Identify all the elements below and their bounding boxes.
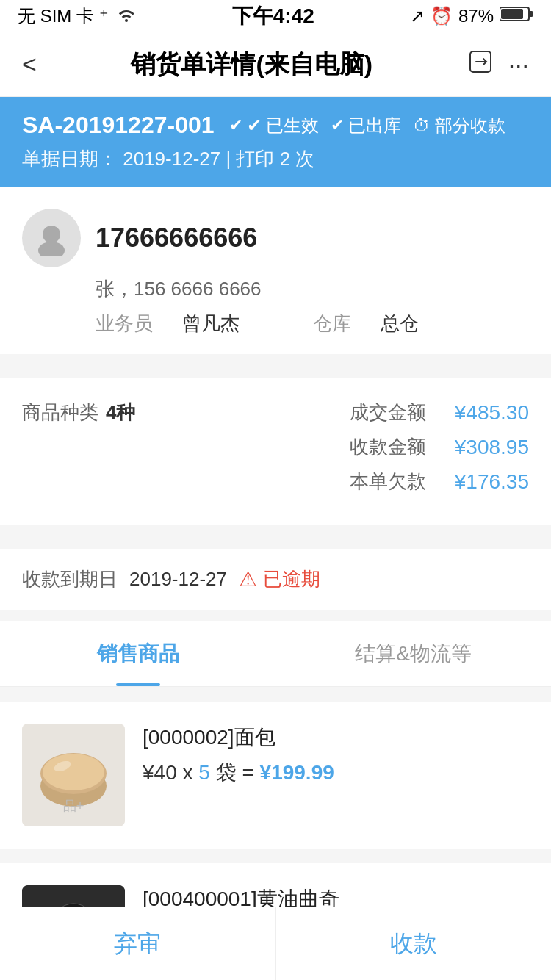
status-right: ↗ ⏰ 87% (410, 6, 533, 26)
battery-level: 87% (458, 6, 494, 26)
stats-left: 商品种类 4种 (22, 400, 276, 434)
receive-label: 收款金额 (350, 434, 426, 460)
svg-text:品+: 品+ (63, 799, 84, 813)
nav-right: ··· (467, 48, 529, 81)
svg-point-9 (43, 754, 104, 790)
tabs-section: 销售商品 结算&物流等 (0, 621, 551, 687)
due-date-label: 收款到期日 (22, 566, 118, 592)
cancel-button[interactable]: 弃审 (0, 907, 276, 980)
nav-left: < (22, 50, 37, 79)
badge-partial: ⏱ 部分收款 (413, 114, 505, 137)
sales-person: 曾凡杰 (182, 311, 240, 336)
product-item: 品+ [0000002]面包 ¥40 x 5 袋 = ¥199.99 (0, 702, 551, 849)
warehouse-label: 仓库 (313, 311, 351, 336)
status-time: 下午4:42 (232, 2, 314, 30)
category-label: 商品种类 (22, 400, 98, 425)
svg-rect-2 (501, 9, 523, 19)
receive-value: ¥308.95 (441, 436, 529, 459)
svg-rect-1 (530, 11, 533, 17)
avatar (22, 209, 81, 267)
order-print: | 打印 2 次 (226, 148, 314, 170)
deal-label: 成交金额 (350, 400, 426, 425)
location-icon: ↗ (410, 6, 425, 26)
battery-icon (500, 6, 533, 26)
status-bar: 无 SIM 卡 ⁺ 下午4:42 ↗ ⏰ 87% (0, 0, 551, 32)
overdue-text: 已逾期 (263, 566, 320, 592)
customer-phone: 17666666666 (96, 223, 257, 253)
stats-right: 成交金额 ¥485.30 收款金额 ¥308.95 本单欠款 ¥176.35 (276, 400, 529, 503)
due-date-value: 2019-12-27 (129, 568, 227, 591)
order-header: SA-20191227-001 ✔ ✔ 已生效 ✔ 已出库 ⏱ 部分收款 单据日… (0, 97, 551, 187)
more-button[interactable]: ··· (508, 50, 529, 79)
share-button[interactable] (467, 48, 494, 81)
sim-status: 无 SIM 卡 ⁺ (18, 4, 109, 28)
product-price-bread: ¥40 x 5 袋 = ¥199.99 (143, 759, 529, 787)
order-meta: 单据日期： 2019-12-27 | 打印 2 次 (22, 146, 529, 172)
order-date-label: 单据日期： (22, 148, 118, 170)
debt-label: 本单欠款 (350, 469, 426, 494)
warehouse: 总仓 (381, 311, 419, 336)
status-left: 无 SIM 卡 ⁺ (18, 4, 137, 28)
badge-shipped: ✔ 已出库 (331, 114, 401, 137)
category-value: 4种 (106, 400, 135, 425)
product-name-bread: [0000002]面包 (143, 724, 529, 752)
tab-settlement[interactable]: 结算&物流等 (276, 621, 551, 686)
nav-bar: < 销货单详情(来自电脑) ··· (0, 32, 551, 97)
customer-info-row: 业务员 曾凡杰 仓库 总仓 (96, 311, 529, 336)
tabs-row: 销售商品 结算&物流等 (0, 621, 551, 686)
overdue-icon: ⚠ (239, 567, 257, 591)
customer-section: 17666666666 张，156 6666 6666 业务员 曾凡杰 仓库 总… (0, 187, 551, 354)
deal-value: ¥485.30 (441, 401, 529, 425)
page-title: 销货单详情(来自电脑) (131, 48, 372, 82)
product-info-bread: [0000002]面包 ¥40 x 5 袋 = ¥199.99 (143, 724, 529, 787)
sales-label: 业务员 (96, 311, 153, 336)
overdue-badge: ⚠ 已逾期 (239, 566, 320, 592)
order-id: SA-20191227-001 (22, 112, 215, 139)
order-date: 2019-12-27 (123, 148, 220, 170)
confirm-button[interactable]: 收款 (276, 907, 552, 980)
svg-point-4 (43, 226, 60, 243)
tab-sales-products[interactable]: 销售商品 (0, 621, 276, 686)
alarm-icon: ⏰ (431, 6, 453, 26)
back-button[interactable]: < (22, 50, 37, 79)
customer-name: 张，156 6666 6666 (96, 276, 529, 302)
wifi-icon (116, 6, 137, 26)
stats-section: 商品种类 4种 成交金额 ¥485.30 收款金额 ¥308.95 本单欠款 ¥… (0, 378, 551, 525)
order-badges: ✔ ✔ 已生效 ✔ 已出库 ⏱ 部分收款 (229, 114, 506, 137)
debt-value: ¥176.35 (441, 470, 529, 494)
bottom-bar: 弃审 收款 (0, 907, 551, 980)
product-image-bread: 品+ (22, 724, 125, 826)
badge-effective: ✔ ✔ 已生效 (229, 114, 320, 137)
svg-point-5 (38, 242, 65, 256)
due-section: 收款到期日 2019-12-27 ⚠ 已逾期 (0, 549, 551, 610)
